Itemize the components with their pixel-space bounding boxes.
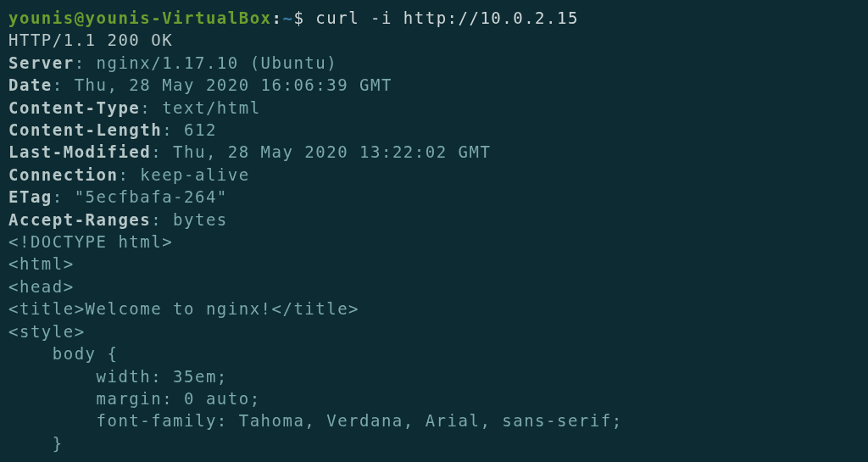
prompt-dollar: $ bbox=[293, 8, 304, 27]
header-name: Last-Modified bbox=[8, 142, 151, 161]
header-value: : text/html bbox=[140, 98, 260, 117]
response-body-line: font-family: Tahoma, Verdana, Arial, san… bbox=[8, 409, 860, 431]
header-value: : Thu, 28 May 2020 16:06:39 GMT bbox=[53, 75, 392, 94]
header-name: Connection bbox=[8, 165, 118, 184]
http-status-line: HTTP/1.1 200 OK bbox=[8, 29, 860, 51]
command-text: curl -i http://10.0.2.15 bbox=[304, 8, 578, 27]
http-header-line: Content-Type: text/html bbox=[8, 97, 860, 119]
response-body-line: <title>Welcome to nginx!</title> bbox=[8, 298, 860, 320]
header-value: : nginx/1.17.10 (Ubuntu) bbox=[75, 53, 338, 72]
response-body-line: <head> bbox=[8, 276, 860, 298]
header-name: Accept-Ranges bbox=[8, 210, 151, 229]
response-body-line: <!DOCTYPE html> bbox=[8, 231, 860, 253]
http-header-line: Content-Length: 612 bbox=[8, 119, 860, 141]
header-value: : "5ecfbafa-264" bbox=[53, 187, 228, 206]
response-body-line: width: 35em; bbox=[8, 365, 860, 387]
prompt-user-host: younis@younis-VirtualBox bbox=[8, 8, 272, 27]
header-name: Content-Length bbox=[8, 120, 162, 139]
header-name: Server bbox=[8, 53, 75, 72]
http-header-line: Accept-Ranges: bytes bbox=[8, 209, 860, 231]
http-header-line: Connection: keep-alive bbox=[8, 164, 860, 186]
response-body-line: <style> bbox=[8, 320, 860, 342]
header-value: : bytes bbox=[151, 210, 228, 229]
response-body-line: body { bbox=[8, 342, 860, 365]
prompt-colon: : bbox=[272, 8, 283, 27]
http-header-line: Date: Thu, 28 May 2020 16:06:39 GMT bbox=[8, 74, 860, 96]
header-value: : keep-alive bbox=[118, 165, 249, 184]
http-header-line: Server: nginx/1.17.10 (Ubuntu) bbox=[8, 52, 860, 74]
header-value: : Thu, 28 May 2020 13:22:02 GMT bbox=[151, 142, 491, 161]
http-header-line: Last-Modified: Thu, 28 May 2020 13:22:02… bbox=[8, 141, 860, 163]
response-body-line: margin: 0 auto; bbox=[8, 387, 860, 409]
header-value: : 612 bbox=[162, 120, 217, 139]
prompt-line[interactable]: younis@younis-VirtualBox:~$ curl -i http… bbox=[8, 7, 860, 29]
header-name: ETag bbox=[8, 187, 53, 206]
header-name: Date bbox=[8, 75, 53, 94]
http-header-line: ETag: "5ecfbafa-264" bbox=[8, 186, 860, 208]
response-body-line: } bbox=[8, 432, 860, 454]
prompt-path: ~ bbox=[283, 8, 294, 27]
response-body-line: <html> bbox=[8, 253, 860, 275]
header-name: Content-Type bbox=[8, 98, 140, 117]
